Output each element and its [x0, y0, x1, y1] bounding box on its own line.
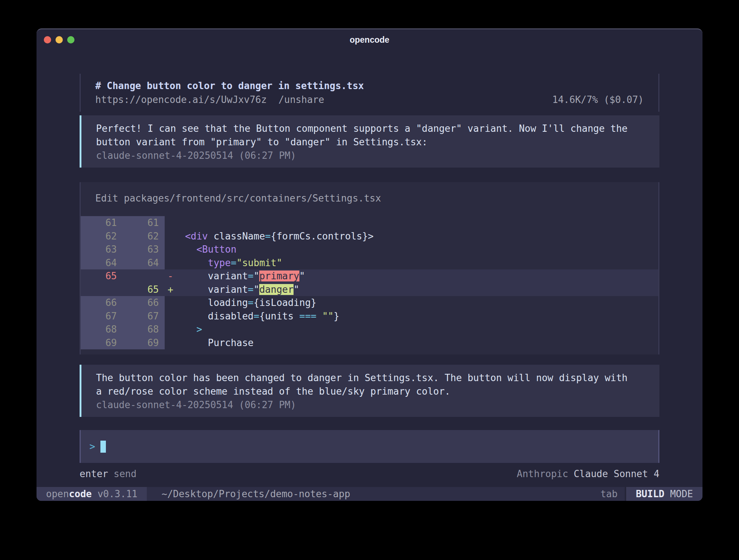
- new-line-number: 64: [123, 256, 165, 270]
- code-token: disabled: [208, 311, 253, 322]
- close-window-button[interactable]: [44, 36, 51, 43]
- tab-key-hint: tab: [600, 487, 617, 501]
- old-line-number: 67: [81, 310, 123, 323]
- code-line: <div className={formCs.controls}>: [179, 230, 658, 243]
- diff-row: 65- variant="primary": [81, 269, 658, 283]
- code-line: <Button: [179, 243, 658, 256]
- app-version: v0.3.11: [92, 487, 137, 501]
- opencode-window: opencode # Change button color to danger…: [37, 28, 702, 501]
- old-line-number: 68: [81, 323, 123, 336]
- model-label: Claude Sonnet 4: [574, 467, 659, 481]
- code-token: loading: [208, 297, 248, 308]
- diff-row: 6666 loading={isLoading}: [81, 296, 658, 310]
- diff-row: 6464 type="submit": [81, 256, 658, 270]
- app-name-code: code: [69, 487, 92, 501]
- hint-row: enter send Anthropic Claude Sonnet 4: [80, 467, 659, 481]
- code-token: }: [334, 311, 340, 322]
- old-line-number: 66: [81, 296, 123, 310]
- diff-view: 61616262 <div className={formCs.controls…: [81, 216, 658, 349]
- code-token: [179, 244, 196, 255]
- diff-row: 6868 >: [81, 323, 658, 336]
- code-token: {units: [259, 311, 299, 322]
- assistant-message: The button color has been changed to dan…: [80, 365, 659, 417]
- old-line-number: 61: [81, 216, 123, 230]
- code-token: {isLoading}: [254, 297, 317, 308]
- code-token: Purchase: [208, 337, 253, 348]
- old-line-number: 65: [81, 269, 123, 283]
- code-token: =: [248, 284, 254, 295]
- code-token: ===: [299, 311, 317, 322]
- model-meta: claude-sonnet-4-20250514 (06:27 PM): [96, 398, 637, 412]
- share-url[interactable]: https://opencode.ai/s/UwJxv76z: [95, 93, 267, 107]
- window-title: opencode: [350, 35, 390, 45]
- new-line-number: 66: [123, 296, 165, 310]
- diff-row: 6969 Purchase: [81, 336, 658, 350]
- code-token: variant: [208, 284, 248, 295]
- provider-label: Anthropic: [517, 467, 568, 481]
- minimize-window-button[interactable]: [55, 36, 63, 43]
- message-text: The button color has been changed to dan…: [96, 371, 637, 398]
- code-token: =: [248, 271, 254, 281]
- diff-row: 6767 disabled={units === ""}: [81, 310, 658, 323]
- code-line: loading={isLoading}: [179, 296, 658, 310]
- old-line-number: 64: [81, 256, 123, 270]
- diff-marker: [165, 310, 179, 323]
- code-token: >: [368, 231, 374, 242]
- diff-row: 65+ variant="danger": [81, 283, 658, 296]
- code-token: ": [254, 284, 260, 295]
- enter-key-hint: enter: [80, 467, 108, 481]
- code-token: danger: [259, 284, 294, 295]
- code-token: [179, 231, 185, 242]
- code-token: [179, 337, 208, 348]
- traffic-lights: [44, 36, 74, 43]
- diff-marker: [165, 256, 179, 270]
- diff-marker: [165, 243, 179, 256]
- mode-build-label: BUILD: [636, 487, 664, 501]
- diff-marker: +: [165, 283, 179, 296]
- diff-marker: [165, 216, 179, 230]
- code-token: <Button: [196, 244, 237, 255]
- code-line: variant="primary": [179, 269, 658, 283]
- code-line: >: [179, 323, 658, 336]
- terminal-content: # Change button color to danger in setti…: [80, 50, 659, 487]
- code-token: [179, 324, 196, 335]
- app-name-open: open: [46, 487, 69, 501]
- code-token: [179, 271, 208, 281]
- code-token: =: [231, 257, 237, 268]
- new-line-number: 69: [123, 336, 165, 350]
- new-line-number: 68: [123, 323, 165, 336]
- new-line-number: 67: [123, 310, 165, 323]
- code-token: ": [294, 284, 299, 295]
- old-line-number: 63: [81, 243, 123, 256]
- code-line: disabled={units === ""}: [179, 310, 658, 323]
- build-mode-badge[interactable]: BUILD MODE: [626, 487, 702, 501]
- code-token: [179, 311, 208, 322]
- new-line-number: 65: [123, 283, 165, 296]
- new-line-number: [123, 269, 165, 283]
- code-token: type: [208, 257, 231, 268]
- code-line: type="submit": [179, 256, 658, 270]
- prompt-input[interactable]: >: [80, 430, 659, 463]
- diff-marker: -: [165, 269, 179, 283]
- app-version-chip: opencode v0.3.11: [37, 487, 147, 501]
- edit-file-title: Edit packages/frontend/src/containers/Se…: [81, 192, 658, 205]
- code-token: [317, 311, 322, 322]
- code-token: =: [254, 311, 260, 322]
- old-line-number: [81, 283, 123, 296]
- model-meta: claude-sonnet-4-20250514 (06:27 PM): [96, 149, 637, 162]
- code-token: primary: [259, 271, 299, 281]
- old-line-number: 69: [81, 336, 123, 350]
- diff-marker: [165, 336, 179, 350]
- code-token: variant: [208, 271, 248, 281]
- code-token: <div: [185, 231, 208, 242]
- code-token: ": [299, 271, 305, 281]
- edit-tool-block: Edit packages/frontend/src/containers/Se…: [80, 182, 659, 354]
- prompt-symbol: >: [89, 440, 95, 453]
- zoom-window-button[interactable]: [67, 36, 74, 43]
- token-usage-stats: 14.6K/7% ($0.07): [552, 93, 644, 107]
- code-line: [179, 216, 658, 230]
- titlebar: opencode: [37, 29, 702, 50]
- diff-row: 6363 <Button: [81, 243, 658, 256]
- new-line-number: 63: [123, 243, 165, 256]
- session-header: # Change button color to danger in setti…: [80, 74, 659, 112]
